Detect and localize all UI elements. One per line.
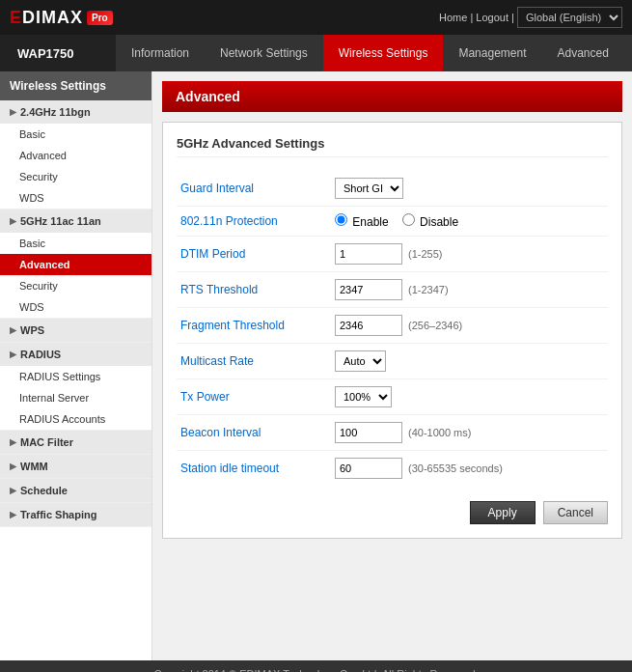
nav-advanced[interactable]: Advanced xyxy=(541,35,623,71)
sidebar-item-24ghz-security[interactable]: Security xyxy=(0,166,151,187)
label-fragment: Fragment Threshold xyxy=(177,308,331,344)
sidebar-schedule-label: Schedule xyxy=(20,485,68,496)
footer-text: Copyright 2014 © EDIMAX Technology Co., … xyxy=(153,668,478,672)
hint-dtim: (1-255) xyxy=(408,248,442,260)
sidebar-item-5ghz-security[interactable]: Security xyxy=(0,275,151,296)
arrow-icon-24ghz: ▶ xyxy=(10,107,16,117)
sidebar-item-24ghz-basic[interactable]: Basic xyxy=(0,124,151,145)
hint-idle: (30-65535 seconds) xyxy=(408,462,503,474)
sidebar-item-5ghz-basic[interactable]: Basic xyxy=(0,233,151,254)
settings-box: 5GHz Advanced Settings Guard Interval Sh… xyxy=(162,122,622,539)
sidebar-item-24ghz-advanced[interactable]: Advanced xyxy=(0,145,151,166)
row-idle: Station idle timeout (30-65535 seconds) xyxy=(177,451,608,487)
sidebar-item-radius-settings[interactable]: RADIUS Settings xyxy=(0,366,151,387)
sidebar-header-radius[interactable]: ▶ RADIUS xyxy=(0,343,151,366)
sidebar-header-wmm[interactable]: ▶ WMM xyxy=(0,455,151,478)
input-fragment[interactable] xyxy=(335,315,402,336)
sidebar-radius-label: RADIUS xyxy=(20,349,61,360)
row-guard-interval: Guard Interval Short GI Long GI xyxy=(177,171,608,207)
sidebar-section-5ghz: ▶ 5GHz 11ac 11an Basic Advanced Security… xyxy=(0,210,151,319)
hint-beacon: (40-1000 ms) xyxy=(408,427,471,438)
label-guard-interval: Guard Interval xyxy=(177,171,331,207)
cancel-button[interactable]: Cancel xyxy=(543,501,608,524)
sidebar-header-5ghz[interactable]: ▶ 5GHz 11ac 11an xyxy=(0,210,151,233)
arrow-icon-radius: ▶ xyxy=(10,350,16,359)
sidebar: Wireless Settings ▶ 2.4GHz 11bgn Basic A… xyxy=(0,71,152,660)
row-fragment: Fragment Threshold (256–2346) xyxy=(177,308,608,344)
logo-area: EDIMAX Pro xyxy=(10,8,113,28)
top-header: EDIMAX Pro Home | Logout | Global (Engli… xyxy=(0,0,632,35)
arrow-icon-traffic: ▶ xyxy=(10,510,16,519)
input-rts[interactable] xyxy=(335,279,402,300)
sidebar-item-24ghz-wds[interactable]: WDS xyxy=(0,187,151,209)
value-guard-interval: Short GI Long GI xyxy=(331,171,608,207)
radio-disable[interactable] xyxy=(402,213,415,226)
label-idle: Station idle timeout xyxy=(177,451,331,487)
label-multicast: Multicast Rate xyxy=(177,344,331,379)
sidebar-item-5ghz-advanced[interactable]: Advanced xyxy=(0,254,151,275)
input-dtim[interactable] xyxy=(335,243,402,265)
logout-link[interactable]: Logout xyxy=(476,12,508,23)
nav-wireless-settings[interactable]: Wireless Settings xyxy=(323,35,444,71)
radio-enable[interactable] xyxy=(335,213,347,226)
sidebar-section-radius: ▶ RADIUS RADIUS Settings Internal Server… xyxy=(0,343,151,431)
sidebar-item-radius-accounts[interactable]: RADIUS Accounts xyxy=(0,408,151,430)
language-select[interactable]: Global (English) xyxy=(517,7,622,28)
value-idle: (30-65535 seconds) xyxy=(331,451,608,487)
nav-bar: WAP1750 Information Network Settings Wir… xyxy=(0,35,632,71)
top-links: Home | Logout | Global (English) xyxy=(439,7,622,28)
logo-pro: Pro xyxy=(87,11,113,25)
value-dtim: (1-255) xyxy=(331,237,608,272)
sidebar-header-macfilter[interactable]: ▶ MAC Filter xyxy=(0,431,151,454)
select-txpower[interactable]: 100% 75% 50% 25% xyxy=(335,386,392,407)
sidebar-section-24ghz: ▶ 2.4GHz 11bgn Basic Advanced Security W… xyxy=(0,100,151,210)
nav-network-settings[interactable]: Network Settings xyxy=(205,35,323,71)
row-beacon: Beacon Interval (40-1000 ms) xyxy=(177,415,608,451)
row-multicast: Multicast Rate Auto xyxy=(177,344,608,379)
sidebar-section-schedule: ▶ Schedule xyxy=(0,479,151,503)
value-protection: Enable Disable xyxy=(331,207,608,237)
nav-management[interactable]: Management xyxy=(443,35,541,71)
sidebar-section-macfilter: ▶ MAC Filter xyxy=(0,431,151,455)
value-beacon: (40-1000 ms) xyxy=(331,415,608,451)
main-layout: Wireless Settings ▶ 2.4GHz 11bgn Basic A… xyxy=(0,71,632,660)
sidebar-header-traffic[interactable]: ▶ Traffic Shaping xyxy=(0,503,151,526)
select-multicast[interactable]: Auto xyxy=(335,350,386,372)
label-beacon: Beacon Interval xyxy=(177,415,331,451)
apply-button[interactable]: Apply xyxy=(470,501,536,524)
sidebar-header-wps[interactable]: ▶ WPS xyxy=(0,319,151,342)
label-txpower: Tx Power xyxy=(177,379,331,415)
nav-information[interactable]: Information xyxy=(116,35,205,71)
select-guard-interval[interactable]: Short GI Long GI xyxy=(335,178,403,199)
sidebar-traffic-label: Traffic Shaping xyxy=(20,509,96,520)
arrow-icon-wmm: ▶ xyxy=(10,462,16,471)
sidebar-header-schedule[interactable]: ▶ Schedule xyxy=(0,479,151,502)
arrow-icon-macfilter: ▶ xyxy=(10,437,16,447)
radio-disable-label[interactable]: Disable xyxy=(402,213,458,229)
form-table: Guard Interval Short GI Long GI 802.11n … xyxy=(177,171,608,486)
row-txpower: Tx Power 100% 75% 50% 25% xyxy=(177,379,608,415)
radio-disable-text: Disable xyxy=(420,215,458,229)
label-dtim: DTIM Period xyxy=(177,237,331,272)
nav-brand: WAP1750 xyxy=(0,35,116,71)
input-beacon[interactable] xyxy=(335,422,402,443)
footer: Copyright 2014 © EDIMAX Technology Co., … xyxy=(0,660,632,672)
sidebar-item-internal-server[interactable]: Internal Server xyxy=(0,387,151,408)
hint-fragment: (256–2346) xyxy=(408,320,462,331)
sidebar-title: Wireless Settings xyxy=(0,71,151,100)
sidebar-header-24ghz-label: 2.4GHz 11bgn xyxy=(20,106,91,118)
settings-box-title: 5GHz Advanced Settings xyxy=(177,136,608,157)
input-idle[interactable] xyxy=(335,458,402,479)
home-link[interactable]: Home xyxy=(439,12,467,23)
radio-enable-label[interactable]: Enable xyxy=(335,213,389,229)
sidebar-wps-label: WPS xyxy=(20,324,44,336)
value-fragment: (256–2346) xyxy=(331,308,608,344)
nav-items: Information Network Settings Wireless Se… xyxy=(116,35,624,71)
radio-enable-text: Enable xyxy=(352,215,388,229)
content-header: Advanced xyxy=(162,81,622,112)
row-protection: 802.11n Protection Enable Disable xyxy=(177,207,608,237)
arrow-icon-wps: ▶ xyxy=(10,325,16,335)
sidebar-item-5ghz-wds[interactable]: WDS xyxy=(0,296,151,318)
sidebar-header-24ghz[interactable]: ▶ 2.4GHz 11bgn xyxy=(0,100,151,124)
sidebar-macfilter-label: MAC Filter xyxy=(20,436,73,448)
